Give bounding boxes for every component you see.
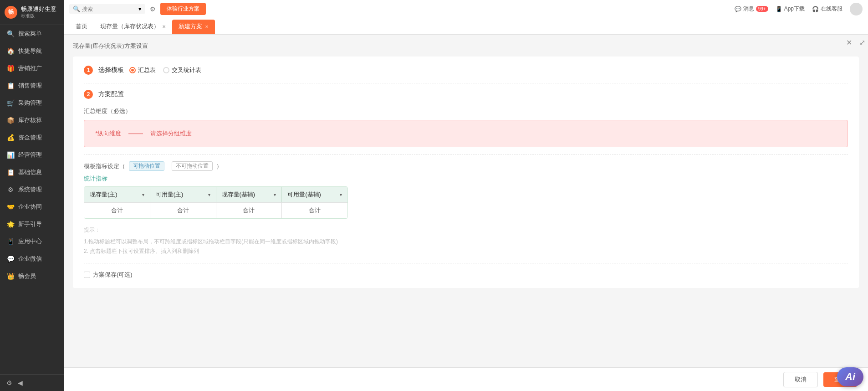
- save-plan-checkbox[interactable]: [84, 272, 90, 278]
- stats-header-chevron-2[interactable]: ▾: [274, 192, 276, 197]
- sidebar-item-marketing[interactable]: 🎁 营销推广: [0, 60, 64, 77]
- sidebar-icon-basic-info: 📋: [6, 169, 15, 176]
- topbar: 🔍 ▾ ⚙ 体验行业方案 💬 消息 99+ 📱 App下载 🎧 在线客服: [64, 0, 868, 18]
- tab-new-plan-label: 新建方案: [179, 22, 202, 31]
- search-icon: 🔍: [73, 5, 80, 12]
- ai-badge[interactable]: Ai: [837, 367, 863, 386]
- sidebar-icon-marketing: 🎁: [6, 65, 15, 72]
- sidebar-item-vip[interactable]: 👑 畅会员: [0, 268, 64, 285]
- stats-header-cell-2[interactable]: 现存量(基辅) ▾: [216, 187, 282, 202]
- experience-btn[interactable]: 体验行业方案: [160, 3, 206, 15]
- stats-header-label-3: 可用量(基辅): [287, 190, 321, 199]
- sidebar-item-wechat[interactable]: 💬 企业微信: [0, 250, 64, 268]
- tab-new-plan[interactable]: 新建方案 ✕: [172, 20, 215, 34]
- sidebar-bottom: ⚙ ◀: [0, 374, 64, 391]
- expand-panel-btn[interactable]: ⤢: [857, 37, 868, 48]
- sidebar-icon-system: ⚙: [6, 186, 15, 193]
- stats-header-chevron-3[interactable]: ▾: [340, 192, 342, 197]
- sidebar-app-info: 畅康通好生意 标准版: [21, 5, 56, 19]
- page-title: 现存量(库存状况表)方案设置: [73, 42, 859, 50]
- sidebar-item-enterprise[interactable]: 🤝 企业协同: [0, 198, 64, 216]
- sidebar-item-inventory[interactable]: 📦 库存核算: [0, 112, 64, 129]
- stats-header-chevron-1[interactable]: ▾: [208, 192, 210, 197]
- save-plan-row: 方案保存(可选): [84, 271, 848, 279]
- tab-inventory[interactable]: 现存量（库存状况表） ✕: [94, 20, 172, 34]
- sidebar-label-wechat: 企业微信: [18, 255, 42, 263]
- sidebar-item-search-menu[interactable]: 🔍 搜索菜单: [0, 25, 64, 42]
- online-service-label: 在线客服: [821, 5, 842, 13]
- search-input[interactable]: [82, 6, 137, 12]
- stats-header-cell-0[interactable]: 现存量(主) ▾: [84, 187, 150, 202]
- tab-home[interactable]: 首页: [69, 20, 94, 34]
- app-download-label: App下载: [784, 5, 805, 13]
- collapse-icon[interactable]: ◀: [18, 379, 23, 386]
- radio-cross[interactable]: 交叉统计表: [163, 66, 201, 74]
- settings-icon[interactable]: ⚙: [6, 379, 12, 386]
- dimension-placeholder: 请选择分组维度: [150, 129, 192, 138]
- sidebar-item-newbie[interactable]: 🌟 新手引导: [0, 216, 64, 233]
- sidebar-label-system: 系统管理: [18, 185, 42, 194]
- radio-summary-dot: [129, 67, 136, 73]
- messages-btn[interactable]: 💬 消息 99+: [735, 5, 768, 13]
- cancel-button[interactable]: 取消: [783, 372, 818, 387]
- sidebar-item-system[interactable]: ⚙ 系统管理: [0, 181, 64, 198]
- dimension-arrow: ——: [128, 129, 143, 138]
- dimension-section-label: 汇总维度（必选）: [84, 107, 848, 115]
- service-icon: 🎧: [812, 6, 819, 12]
- stats-row-cell-2: 合计: [216, 202, 282, 218]
- sidebar-icon-enterprise: 🤝: [6, 203, 15, 211]
- dimension-box[interactable]: *纵向维度 —— 请选择分组维度: [84, 120, 848, 147]
- tip-1: 1.拖动标题栏可以调整布局，不可跨维度或指标区域拖动栏目字段(只能在同一维度或指…: [84, 237, 848, 247]
- stats-row-cell-3: 合计: [282, 202, 347, 218]
- radio-summary[interactable]: 汇总表: [129, 66, 156, 74]
- avatar[interactable]: [850, 3, 863, 15]
- close-panel-btn[interactable]: ✕: [843, 37, 855, 48]
- sidebar-item-sales[interactable]: 📋 销售管理: [0, 77, 64, 94]
- sidebar-icon-search-menu: 🔍: [6, 30, 15, 37]
- stats-header-label-2: 现存量(基辅): [222, 190, 255, 199]
- indicator-settings-label: 模板指标设定（ 可拖动位置 不可拖动位置 ）: [84, 161, 848, 171]
- stats-header-cell-3[interactable]: 可用量(基辅) ▾: [282, 187, 347, 202]
- stats-row-cell-1: 合计: [150, 202, 216, 218]
- content-area: ✕ ⤢ 现存量(库存状况表)方案设置 1 选择模板 汇总表 交叉统计表: [64, 35, 868, 367]
- divider-2: [84, 154, 848, 155]
- tips-section: 提示： 1.拖动标题栏可以调整布局，不可跨维度或指标区域拖动栏目字段(只能在同一…: [84, 225, 848, 257]
- tip-2: 2. 点击标题栏下拉可设置排序、插入列和删除列: [84, 247, 848, 257]
- sidebar-item-management[interactable]: 📊 经营管理: [0, 146, 64, 164]
- stats-header-chevron-0[interactable]: ▾: [142, 192, 144, 197]
- sidebar-label-newbie: 新手引导: [18, 220, 42, 228]
- topbar-gear-icon[interactable]: ⚙: [150, 5, 156, 13]
- search-box[interactable]: 🔍 ▾: [69, 4, 145, 14]
- sidebar-item-purchase[interactable]: 🛒 采购管理: [0, 94, 64, 112]
- sidebar-item-quick-nav[interactable]: 🏠 快捷导航: [0, 42, 64, 60]
- sidebar-label-enterprise: 企业协同: [18, 203, 42, 211]
- corner-buttons: ✕ ⤢: [843, 37, 868, 48]
- dimension-required: *纵向维度: [95, 129, 121, 138]
- tab-inventory-label: 现存量（库存状况表）: [100, 22, 159, 31]
- sidebar-app-version: 标准版: [21, 13, 56, 19]
- sidebar-item-app-center[interactable]: 📱 应用中心: [0, 233, 64, 250]
- sidebar-item-finance[interactable]: 💰 资金管理: [0, 129, 64, 146]
- sidebar-label-sales: 销售管理: [18, 82, 42, 90]
- step2-row: 2 方案配置: [84, 90, 848, 99]
- online-service-btn[interactable]: 🎧 在线客服: [812, 5, 842, 13]
- sidebar-label-search-menu: 搜索菜单: [18, 30, 42, 38]
- search-dropdown-icon[interactable]: ▾: [138, 5, 142, 12]
- tab-inventory-close[interactable]: ✕: [162, 24, 166, 29]
- stats-header-label-1: 可用量(主): [156, 190, 184, 199]
- sidebar-label-inventory: 库存核算: [18, 116, 42, 124]
- tab-new-plan-close[interactable]: ✕: [205, 24, 209, 29]
- sidebar-icon-finance: 💰: [6, 134, 15, 141]
- sidebar-label-finance: 资金管理: [18, 134, 42, 142]
- stats-row-cell-0: 合计: [84, 202, 150, 218]
- indicator-label-close: ）: [216, 162, 222, 170]
- app-download-btn[interactable]: 📱 App下载: [776, 5, 805, 13]
- sidebar-icon-sales: 📋: [6, 82, 15, 89]
- sidebar-icon-inventory: 📦: [6, 117, 15, 124]
- sidebar-icon-app-center: 📱: [6, 238, 15, 245]
- sidebar-item-basic-info[interactable]: 📋 基础信息: [0, 164, 64, 181]
- no-drag-badge: 不可拖动位置: [172, 161, 213, 171]
- divider-1: [84, 83, 848, 83]
- stats-header-cell-1[interactable]: 可用量(主) ▾: [150, 187, 216, 202]
- sidebar-label-marketing: 营销推广: [18, 64, 42, 72]
